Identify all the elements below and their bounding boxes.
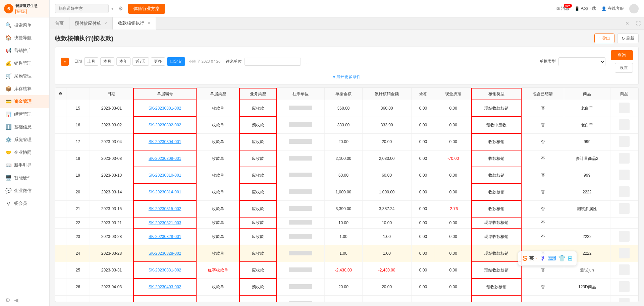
td-goods-img (610, 245, 638, 262)
bill-no-link[interactable]: SK-20230310-001 (149, 173, 181, 178)
sidebar-item-label: 智能硬件 (14, 175, 32, 181)
bill-type-select[interactable] (558, 57, 605, 66)
td-cash-discount: 0.00 (435, 100, 472, 117)
tab-prepay[interactable]: 预付款应付单 ✕ (69, 17, 113, 29)
filter-settings-btn[interactable]: 设置 (615, 63, 633, 73)
online-service-btn[interactable]: 👤 在线客服 (601, 6, 624, 11)
tab-collection-close-icon[interactable]: ✕ (148, 21, 150, 25)
sidebar-item-hardware[interactable]: 🖥️智能硬件 (0, 172, 49, 184)
bill-no-link[interactable]: SK-20230321-003 (149, 221, 181, 225)
export-btn[interactable]: ↑ 导出 (594, 34, 614, 43)
td-checkbox (55, 200, 66, 217)
td-checkbox (55, 245, 66, 262)
sidebar-item-guide[interactable]: 📖新手引导 (0, 159, 49, 172)
tab-collection[interactable]: 收款核销执行 ✕ (113, 17, 156, 29)
td-checkbox (55, 150, 66, 167)
export-icon: ↑ (599, 36, 601, 41)
td-goods-img (610, 228, 638, 245)
topbar-gear-icon[interactable]: ⚙ (116, 4, 125, 13)
sidebar-item-inventory[interactable]: 📦库存核算 (0, 82, 49, 95)
th-bill-type: 单据类型 (196, 88, 239, 100)
more-dates-btn[interactable]: 更多 (151, 57, 165, 66)
wm-s-letter: S (522, 254, 527, 263)
tab-home[interactable]: 首页 (50, 17, 69, 29)
bill-no-link[interactable]: SK-20230328-001 (149, 234, 181, 239)
query-btn[interactable]: 查询 (611, 50, 633, 60)
bill-no-link[interactable]: SK-20230304-001 (149, 139, 181, 144)
sidebar-item-member[interactable]: V畅会员 (0, 197, 49, 210)
td-bill-no: SK-20230304-001 (133, 133, 197, 150)
bill-no-link[interactable]: SK-20230328-002 (149, 251, 181, 256)
this-month-btn[interactable]: 本月 (100, 57, 114, 66)
sidebar-item-sales[interactable]: 💰销售管理 (0, 57, 49, 70)
member-icon: V (5, 200, 11, 206)
table-row: 162023-03-02SK-20230302-002收款单预收款333.003… (55, 117, 638, 133)
td-checkbox (55, 167, 66, 184)
sidebar-item-basic[interactable]: ℹ️基础信息 (0, 121, 49, 133)
th-settings[interactable]: ⚙ (55, 88, 66, 100)
messages-btn[interactable]: ✉ 消息 99+ (556, 6, 569, 11)
bill-no-link[interactable]: SK-20230308-001 (149, 156, 181, 161)
sidebar-item-marketing[interactable]: 📢营销推广 (0, 44, 49, 57)
td-checkbox (55, 117, 66, 133)
sidebar-item-finance[interactable]: 💳资金管理 (0, 95, 49, 108)
td-bill-no: SK-20230331-002 (133, 262, 197, 279)
filter-toggle-btn[interactable]: » (61, 58, 69, 66)
sidebar-item-system[interactable]: ⚙️系统管理 (0, 133, 49, 146)
td-biz-type: 应收款 (239, 200, 276, 217)
bill-no-link[interactable]: SK-20230408-001 (149, 301, 181, 302)
user-avatar[interactable] (629, 4, 639, 13)
unit-dots-icon[interactable]: ... (304, 59, 310, 65)
sidebar-item-label: 系统管理 (14, 137, 32, 143)
sidebar-item-shortcut[interactable]: 🏠快捷导航 (0, 32, 49, 44)
sidebar-item-label: 新手引导 (14, 162, 32, 168)
settings-icon[interactable]: ⚙ (5, 297, 10, 303)
bill-no-link[interactable]: SK-20230403-002 (149, 285, 181, 289)
td-goods-img (610, 200, 638, 217)
industry-btn[interactable]: 体验行业方案 (128, 4, 165, 14)
bill-no-link[interactable]: SK-20230301-002 (149, 106, 181, 111)
sidebar-item-purchase[interactable]: 🛒采购管理 (0, 70, 49, 82)
filter-actions: 查询 设置 (611, 50, 633, 73)
td-no: 20 (66, 184, 90, 200)
td-cash-discount: -70.00 (435, 150, 472, 167)
unit-input[interactable] (245, 58, 301, 66)
expand-conditions-btn[interactable]: ▾ 展开更多条件 (61, 74, 633, 80)
last-7-days-btn[interactable]: 近7天 (132, 57, 149, 66)
refresh-btn[interactable]: ↻ 刷新 (617, 34, 639, 43)
goods-img (619, 298, 630, 302)
search-icon: 🔍 (5, 22, 11, 28)
custom-date-btn[interactable]: 自定义 (167, 57, 185, 66)
td-date: 2023-03-28 (90, 228, 133, 245)
td-goods-img (610, 167, 638, 184)
app-download-btn[interactable]: 📱 App下载 (575, 6, 596, 11)
last-month-btn[interactable]: 上月 (84, 57, 98, 66)
bill-no-link[interactable]: SK-20230331-002 (149, 268, 181, 272)
collapse-icon[interactable]: ◀ (14, 297, 18, 303)
td-date: 2023-03-10 (90, 167, 133, 184)
td-accum-amt: -2,430.00 (362, 262, 411, 279)
td-unit (276, 167, 325, 184)
table-row: 202023-03-14SK-20230314-001收款单应收款1,000.0… (55, 184, 638, 200)
bill-no-link[interactable]: SK-20230314-001 (149, 190, 181, 194)
topbar-right: ✉ 消息 99+ 📱 App下载 👤 在线客服 (556, 4, 639, 13)
tab-bar: 首页 预付款应付单 ✕ 收款核销执行 ✕ ✕ ⛶ (50, 17, 644, 29)
tab-prepay-close-icon[interactable]: ✕ (104, 21, 107, 25)
sidebar-item-search[interactable]: 🔍搜索菜单 (0, 19, 49, 32)
logo-icon: 6 (4, 4, 13, 13)
this-year-btn[interactable]: 本年 (116, 57, 130, 66)
td-unit (276, 245, 325, 262)
sidebar-item-collab[interactable]: 🤝企业协同 (0, 146, 49, 159)
guide-icon: 📖 (5, 162, 11, 168)
td-no: 18 (66, 150, 90, 167)
dropdown-arrow-icon[interactable]: ▾ (111, 6, 113, 11)
bill-no-link[interactable]: SK-20230302-002 (149, 123, 181, 127)
maximize-btn[interactable]: ⛶ (633, 21, 644, 26)
close-window-btn[interactable]: ✕ (622, 21, 633, 26)
bill-no-link[interactable]: SK-20230315-002 (149, 206, 181, 211)
table-header-row: ⚙ 日期 单据编号 单据类型 业务类型 往来单位 单据金额 累计核销金额 余额 … (55, 88, 638, 100)
wm-keyboard-icon: ⌨ (547, 255, 556, 262)
sidebar-item-operation[interactable]: 📊经营管理 (0, 108, 49, 121)
filter-date-range: 不限 至 2023-07-26 (189, 59, 220, 64)
sidebar-item-wechat[interactable]: 💬企业微信 (0, 184, 49, 197)
